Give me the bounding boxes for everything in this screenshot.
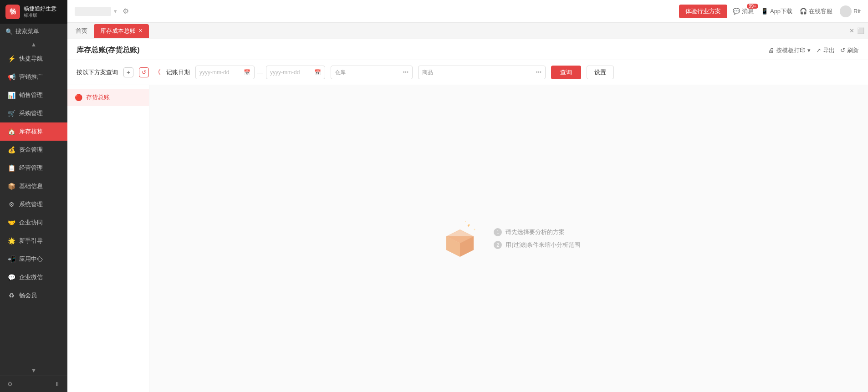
settings-button[interactable]: 设置: [587, 66, 614, 79]
tab-expand-icon[interactable]: ⬜: [857, 27, 864, 34]
warehouse-placeholder: 仓库: [335, 69, 346, 76]
main-content: ▾ ⚙ 体验行业方案 💬 消息 99+ 📱 App下载 🎧 在线客服 Rit: [67, 0, 868, 392]
breadcrumb-arrow: ▾: [114, 8, 117, 15]
tip-num-2: 2: [494, 241, 502, 249]
page-title: 库存总账(存货总账): [77, 46, 140, 60]
user-profile[interactable]: Rit: [840, 5, 861, 17]
filter-label: 按以下方案查询: [77, 68, 118, 76]
print-icon: 🖨: [768, 47, 774, 54]
coop-icon: 🤝: [7, 219, 15, 226]
sidebar: 畅 畅捷通好生意 标准版 🔍 搜索菜单 ▲ ⚡ 快捷导航 📢 营销推广 📊 销售…: [0, 0, 67, 392]
breadcrumb-text: [75, 7, 111, 16]
tab-inventory-ledger[interactable]: 库存成本总账 ✕: [94, 24, 149, 38]
empty-state: ✦ 1 请先选择要分析的方案 2 用[过滤]条件来缩小分析范围: [437, 216, 580, 261]
tip-item-2: 2 用[过滤]条件来缩小分析范围: [494, 241, 580, 249]
sidebar-search[interactable]: 🔍 搜索菜单: [0, 24, 67, 39]
tip-item-1: 1 请先选择要分析的方案: [494, 228, 580, 236]
avatar: [840, 5, 852, 17]
tab-close-all-icon[interactable]: ✕: [849, 27, 854, 34]
marketing-icon: 📢: [7, 73, 15, 81]
sidebar-item-basic[interactable]: 📦 基础信息: [0, 177, 67, 195]
svg-point-7: [474, 229, 475, 230]
calendar-start-icon[interactable]: 📅: [244, 69, 250, 76]
sidebar-item-label: 资金管理: [19, 146, 43, 154]
sales-icon: 📊: [7, 92, 15, 99]
print-button[interactable]: 🖨 按模板打印 ▾: [768, 46, 811, 55]
guide-icon: 🌟: [7, 237, 15, 244]
export-button[interactable]: ↗ 导出: [816, 46, 835, 55]
quick-nav-icon: ⚡: [7, 55, 15, 62]
sidebar-scroll-down[interactable]: ▼: [0, 365, 67, 376]
collapse-sidebar-icon[interactable]: ⏸: [54, 381, 60, 387]
content-main: ✦ 1 请先选择要分析的方案 2 用[过滤]条件来缩小分析范围: [149, 85, 868, 392]
filter-add-button[interactable]: +: [123, 67, 133, 77]
goods-more-icon: •••: [536, 69, 541, 76]
sidebar-item-finance[interactable]: 💰 资金管理: [0, 141, 67, 159]
content-body: 🔴 存货总账: [67, 85, 868, 392]
tip-text-1: 请先选择要分析的方案: [505, 228, 565, 236]
sidebar-item-label: 库存核算: [19, 127, 43, 136]
print-label: 按模板打印: [776, 46, 806, 55]
warehouse-select[interactable]: 仓库 •••: [331, 66, 413, 79]
svg-point-8: [465, 221, 466, 222]
sidebar-item-sales[interactable]: 📊 销售管理: [0, 86, 67, 104]
settings-gear-icon[interactable]: ⚙: [123, 7, 129, 15]
topbar-right: 💬 消息 99+ 📱 App下载 🎧 在线客服 Rit: [733, 5, 861, 17]
sidebar-item-coop[interactable]: 🤝 企业协同: [0, 214, 67, 232]
settings-icon[interactable]: ⚙: [7, 381, 13, 387]
goods-select[interactable]: 商品 •••: [418, 66, 546, 79]
system-icon: ⚙: [7, 201, 15, 208]
sidebar-item-label: 新手引导: [19, 237, 43, 245]
topbar: ▾ ⚙ 体验行业方案 💬 消息 99+ 📱 App下载 🎧 在线客服 Rit: [67, 0, 868, 23]
refresh-button[interactable]: ↺ 刷新: [840, 46, 859, 55]
sidebar-search-label: 搜索菜单: [15, 27, 39, 36]
empty-tips: 1 请先选择要分析的方案 2 用[过滤]条件来缩小分析范围: [494, 228, 580, 249]
scheme-icon: 🔴: [75, 94, 82, 101]
basic-icon: 📦: [7, 183, 15, 190]
date-label: 记账日期: [166, 68, 190, 76]
tabs-bar: 首页 库存成本总账 ✕ ✕ ⬜: [67, 23, 868, 39]
tab-close-icon[interactable]: ✕: [138, 28, 143, 34]
calendar-end-icon[interactable]: 📅: [314, 69, 321, 76]
app-logo: 畅 畅捷通好生意 标准版: [0, 0, 67, 24]
sidebar-footer: ⚙ ⏸: [0, 376, 67, 392]
sidebar-nav: ⚡ 快捷导航 📢 营销推广 📊 销售管理 🛒 采购管理 🏠 库存核算 💰 资金管…: [0, 50, 67, 365]
sidebar-item-appstore[interactable]: 📲 应用中心: [0, 250, 67, 268]
sidebar-item-purchase[interactable]: 🛒 采购管理: [0, 104, 67, 122]
sidebar-item-guide[interactable]: 🌟 新手引导: [0, 232, 67, 250]
logo-icon: 畅: [5, 5, 20, 19]
empty-illustration: ✦: [437, 216, 483, 261]
filter-area: 按以下方案查询 + ↺ 《 记账日期 yyyy-mm-dd 📅 — yyyy-m…: [67, 60, 868, 85]
sidebar-item-label: 系统管理: [19, 200, 43, 209]
online-service-link[interactable]: 🎧 在线客服: [800, 7, 832, 15]
operation-icon: 📋: [7, 164, 15, 172]
service-label: 在线客服: [809, 7, 832, 15]
query-button[interactable]: 查询: [551, 66, 581, 79]
scheme-item-inventory-total[interactable]: 🔴 存货总账: [67, 89, 149, 106]
sidebar-item-inventory[interactable]: 🏠 库存核算: [0, 122, 67, 141]
sidebar-item-label: 经营管理: [19, 164, 43, 172]
scheme-panel: 🔴 存货总账: [67, 85, 149, 392]
industry-solution-button[interactable]: 体验行业方案: [679, 5, 727, 18]
member-icon: ♻: [7, 292, 15, 299]
filter-collapse-button[interactable]: 《: [154, 68, 161, 76]
date-start-input[interactable]: yyyy-mm-dd 📅: [195, 66, 255, 79]
sidebar-item-system[interactable]: ⚙ 系统管理: [0, 195, 67, 214]
sidebar-item-quick-nav[interactable]: ⚡ 快捷导航: [0, 50, 67, 68]
sidebar-item-member[interactable]: ♻ 畅会员: [0, 286, 67, 305]
sidebar-item-marketing[interactable]: 📢 营销推广: [0, 68, 67, 86]
message-badge: 99+: [747, 4, 758, 9]
message-button[interactable]: 💬 消息 99+: [733, 7, 754, 15]
sidebar-item-operation[interactable]: 📋 经营管理: [0, 159, 67, 177]
sidebar-item-wechat[interactable]: 💬 企业微信: [0, 268, 67, 286]
refresh-label: 刷新: [847, 46, 859, 55]
tab-home[interactable]: 首页: [71, 25, 92, 37]
print-dropdown-icon[interactable]: ▾: [807, 47, 811, 54]
sidebar-scroll-up[interactable]: ▲: [0, 39, 67, 50]
goods-placeholder: 商品: [422, 69, 433, 76]
export-label: 导出: [823, 46, 835, 55]
app-download-link[interactable]: 📱 App下载: [761, 7, 792, 15]
filter-reset-button[interactable]: ↺: [139, 67, 149, 77]
sidebar-item-label: 企业微信: [19, 273, 43, 281]
date-end-input[interactable]: yyyy-mm-dd 📅: [266, 66, 325, 79]
